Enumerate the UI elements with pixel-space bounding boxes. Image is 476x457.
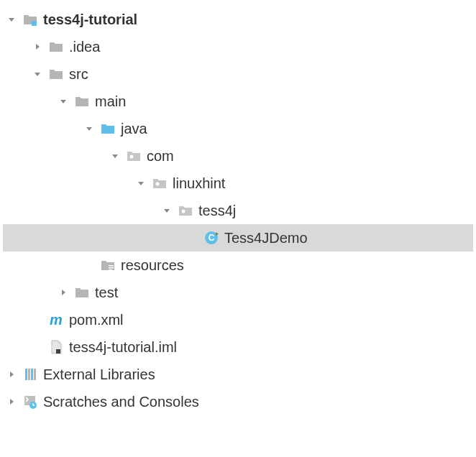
- external-libraries-label: External Libraries: [43, 366, 155, 383]
- tree-row-test[interactable]: test: [3, 279, 473, 306]
- chevron-right-icon[interactable]: [6, 396, 17, 407]
- tree-row-com[interactable]: com: [3, 142, 473, 170]
- chevron-down-icon[interactable]: [6, 14, 17, 25]
- chevron-down-icon[interactable]: [135, 177, 147, 189]
- folder-icon: [47, 65, 65, 83]
- chevron-down-icon[interactable]: [83, 123, 95, 134]
- svg-rect-8: [109, 269, 112, 271]
- tree-row-tess4jdemo[interactable]: C Tess4JDemo: [3, 224, 473, 251]
- scratches-icon: [22, 393, 39, 410]
- package-icon: [151, 175, 168, 192]
- svg-point-2: [156, 183, 160, 186]
- linuxhint-label: linuxhint: [173, 175, 225, 192]
- tree-row-idea[interactable]: .idea: [3, 33, 473, 60]
- iml-label: tess4j-tutorial.iml: [69, 339, 177, 356]
- tree-row-scratches[interactable]: Scratches and Consoles: [3, 388, 473, 415]
- maven-icon: m: [47, 311, 65, 328]
- test-label: test: [95, 285, 118, 301]
- java-label: java: [121, 121, 147, 137]
- svg-point-3: [182, 210, 186, 213]
- svg-point-1: [130, 155, 134, 159]
- tree-row-resources[interactable]: resources: [3, 251, 473, 279]
- pom-label: pom.xml: [69, 312, 124, 328]
- svg-rect-13: [34, 369, 36, 380]
- svg-rect-11: [28, 369, 30, 380]
- svg-rect-12: [31, 369, 33, 380]
- svg-rect-10: [25, 369, 27, 380]
- chevron-right-icon[interactable]: [58, 287, 69, 298]
- src-label: src: [69, 66, 88, 83]
- source-folder-icon: [99, 120, 116, 137]
- package-icon: [125, 147, 142, 165]
- tree-row-project[interactable]: tess4j-tutorial: [3, 6, 473, 33]
- chevron-down-icon[interactable]: [109, 150, 121, 162]
- libraries-icon: [22, 366, 39, 383]
- tree-row-linuxhint[interactable]: linuxhint: [3, 170, 473, 197]
- tree-row-external-libraries[interactable]: External Libraries: [3, 361, 473, 388]
- svg-rect-6: [109, 265, 114, 267]
- svg-rect-0: [32, 21, 37, 26]
- tree-row-tess4j-pkg[interactable]: tess4j: [3, 197, 473, 224]
- folder-icon: [73, 284, 91, 301]
- com-label: com: [147, 148, 174, 165]
- java-class-icon: C: [203, 229, 220, 246]
- package-icon: [177, 202, 194, 219]
- project-folder-icon: [22, 11, 39, 28]
- tree-row-java[interactable]: java: [3, 115, 473, 142]
- tree-row-src[interactable]: src: [3, 60, 473, 88]
- tree-row-pom[interactable]: m pom.xml: [3, 306, 473, 333]
- svg-text:C: C: [209, 233, 215, 243]
- svg-rect-7: [109, 267, 114, 269]
- tess4jdemo-label: Tess4JDemo: [224, 230, 308, 246]
- tree-row-iml[interactable]: tess4j-tutorial.iml: [3, 333, 473, 361]
- main-label: main: [95, 93, 126, 110]
- tree-row-main[interactable]: main: [3, 88, 473, 115]
- scratches-label: Scratches and Consoles: [43, 394, 199, 410]
- tess4j-pkg-label: tess4j: [198, 203, 236, 219]
- chevron-down-icon[interactable]: [161, 205, 173, 216]
- resources-folder-icon: [99, 257, 116, 274]
- chevron-right-icon[interactable]: [6, 369, 17, 380]
- iml-file-icon: [47, 338, 65, 356]
- chevron-down-icon[interactable]: [32, 68, 43, 80]
- project-label: tess4j-tutorial: [43, 11, 137, 28]
- chevron-right-icon[interactable]: [32, 41, 43, 52]
- svg-rect-9: [56, 349, 60, 354]
- chevron-down-icon[interactable]: [58, 96, 69, 107]
- folder-icon: [73, 93, 91, 110]
- idea-label: .idea: [69, 39, 100, 55]
- resources-label: resources: [121, 257, 184, 274]
- folder-icon: [47, 38, 65, 55]
